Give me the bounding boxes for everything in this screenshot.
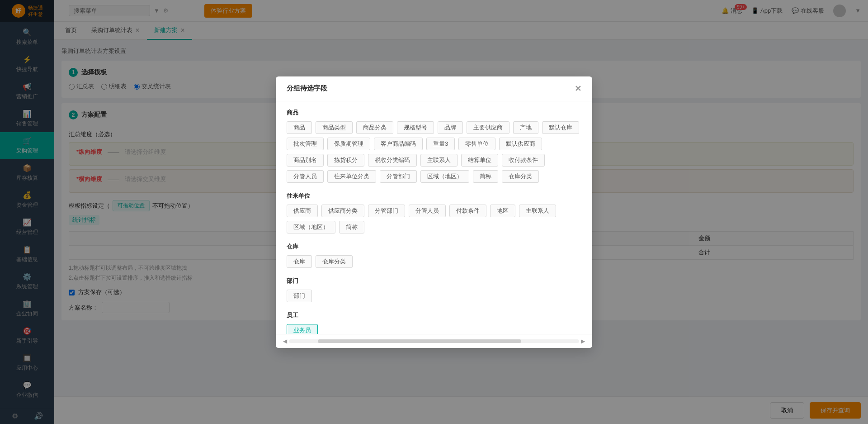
section-title-往来单位: 往来单位	[287, 192, 581, 200]
section-title-部门: 部门	[287, 277, 581, 285]
field-tag-往来单位分类[interactable]: 往来单位分类	[327, 170, 376, 183]
modal-section-部门: 部门部门	[287, 277, 581, 302]
field-tags-部门: 部门	[287, 290, 581, 302]
scroll-right-arrow[interactable]: ▶	[581, 338, 585, 344]
field-tag-供应商[interactable]: 供应商	[287, 205, 318, 217]
field-tag-主要供应商[interactable]: 主要供应商	[467, 121, 509, 134]
field-tag-付款条件[interactable]: 付款条件	[449, 205, 486, 217]
modal-dialog: 分组待选字段 ✕ 商品商品商品类型商品分类规格型号品牌主要供应商产地默认仓库批次…	[276, 76, 592, 348]
modal-title: 分组待选字段	[287, 84, 327, 93]
field-tag-重量3[interactable]: 重量3	[426, 138, 455, 150]
field-tag-品牌[interactable]: 品牌	[438, 121, 463, 134]
field-tag-商品[interactable]: 商品	[287, 121, 312, 134]
field-tags-商品: 商品商品类型商品分类规格型号品牌主要供应商产地默认仓库批次管理保质期管理客户商品…	[287, 121, 581, 183]
section-title-员工: 员工	[287, 311, 581, 319]
field-tag-拣货积分[interactable]: 拣货积分	[327, 154, 364, 167]
field-tag-保质期管理[interactable]: 保质期管理	[327, 138, 370, 150]
field-tag-分管人员[interactable]: 分管人员	[287, 170, 324, 183]
field-tag-产地[interactable]: 产地	[513, 121, 538, 134]
field-tag-主联系人[interactable]: 主联系人	[519, 205, 556, 217]
field-tag-批次管理[interactable]: 批次管理	[287, 138, 324, 150]
field-tag-区域（地区）[interactable]: 区域（地区）	[287, 221, 335, 233]
modal-section-员工: 员工业务员	[287, 311, 581, 334]
field-tag-区域（地区）[interactable]: 区域（地区）	[420, 170, 469, 183]
field-tag-供应商分类[interactable]: 供应商分类	[321, 205, 364, 217]
field-tag-客户商品编码[interactable]: 客户商品编码	[374, 138, 423, 150]
field-tag-分管人员[interactable]: 分管人员	[409, 205, 446, 217]
field-tag-结算单位[interactable]: 结算单位	[461, 154, 498, 167]
field-tag-简称[interactable]: 简称	[339, 221, 364, 233]
field-tag-商品类型[interactable]: 商品类型	[316, 121, 353, 134]
field-tags-往来单位: 供应商供应商分类分管部门分管人员付款条件地区主联系人区域（地区）简称	[287, 205, 581, 233]
field-tag-税收分类编码[interactable]: 税收分类编码	[368, 154, 417, 167]
modal-close-button[interactable]: ✕	[575, 84, 581, 94]
field-tag-分管部门[interactable]: 分管部门	[368, 205, 405, 217]
field-tag-地区[interactable]: 地区	[490, 205, 515, 217]
field-tags-员工: 业务员	[287, 324, 581, 334]
field-tag-默认仓库[interactable]: 默认仓库	[542, 121, 579, 134]
scroll-thumb	[318, 339, 521, 343]
modal-header: 分组待选字段 ✕	[276, 76, 592, 101]
field-tag-仓库[interactable]: 仓库	[287, 255, 312, 268]
field-tag-零售单位[interactable]: 零售单位	[458, 138, 495, 150]
field-tag-仓库分类[interactable]: 仓库分类	[502, 170, 539, 183]
field-tag-主联系人[interactable]: 主联系人	[420, 154, 458, 167]
field-tag-默认供应商[interactable]: 默认供应商	[499, 138, 542, 150]
modal-footer-bar: ◀ ▶	[276, 334, 592, 348]
horizontal-scrollbar[interactable]	[289, 339, 579, 343]
modal-section-仓库: 仓库仓库仓库分类	[287, 243, 581, 268]
section-title-商品: 商品	[287, 109, 581, 117]
field-tag-规格型号[interactable]: 规格型号	[397, 121, 434, 134]
field-tag-部门[interactable]: 部门	[287, 290, 312, 302]
modal-section-商品: 商品商品商品类型商品分类规格型号品牌主要供应商产地默认仓库批次管理保质期管理客户…	[287, 109, 581, 183]
field-tag-业务员[interactable]: 业务员	[287, 324, 318, 334]
modal-body: 商品商品商品类型商品分类规格型号品牌主要供应商产地默认仓库批次管理保质期管理客户…	[276, 101, 592, 334]
field-tag-商品分类[interactable]: 商品分类	[356, 121, 393, 134]
field-tag-仓库分类[interactable]: 仓库分类	[316, 255, 353, 268]
scroll-left-arrow[interactable]: ◀	[283, 338, 287, 344]
field-tag-分管部门[interactable]: 分管部门	[380, 170, 417, 183]
field-tag-商品别名[interactable]: 商品别名	[287, 154, 324, 167]
field-tags-仓库: 仓库仓库分类	[287, 255, 581, 268]
field-tag-收付款条件[interactable]: 收付款条件	[502, 154, 545, 167]
field-tag-简称[interactable]: 简称	[473, 170, 498, 183]
modal-section-往来单位: 往来单位供应商供应商分类分管部门分管人员付款条件地区主联系人区域（地区）简称	[287, 192, 581, 233]
section-title-仓库: 仓库	[287, 243, 581, 251]
modal-overlay: 分组待选字段 ✕ 商品商品商品类型商品分类规格型号品牌主要供应商产地默认仓库批次…	[0, 0, 868, 424]
